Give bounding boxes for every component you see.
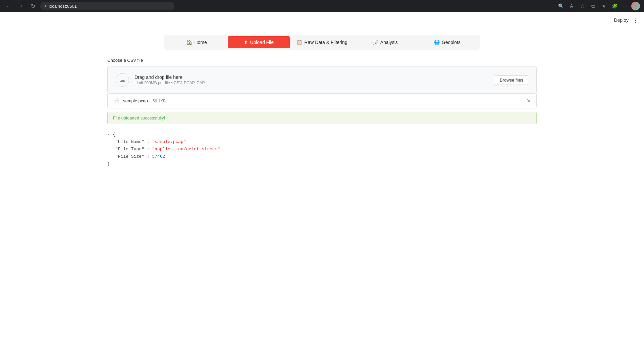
json-output: ▾ { "File Name" : "sample.pcap" "File Ty… [107,130,537,169]
json-value-filesize: 57462 [152,154,165,159]
json-key-filesize: "File Size" [115,154,144,159]
translate-icon[interactable]: A [567,1,576,11]
json-open-brace: ▾ { [107,131,537,138]
nav-tabs: 🏠 Home ⬆ Upload File 📋 Raw Data & Filter… [164,35,480,50]
browse-files-button[interactable]: Browse files [495,75,528,85]
json-row-filesize: "File Size" : 57462 [115,153,537,160]
reload-button[interactable]: ↻ [28,1,38,11]
tab-upload[interactable]: ⬆ Upload File [228,36,290,48]
cloud-upload-icon: ☁ [116,73,129,87]
tab-home[interactable]: 🏠 Home [166,36,228,48]
json-close-brace: } [107,160,537,168]
dropzone: ☁ Drag and drop file here Limit 200MB pe… [107,66,537,94]
json-key-filename: "File Name" [115,139,144,144]
tab-geoplots-label: Geoplots [442,40,461,45]
json-toggle[interactable]: ▾ [107,133,110,137]
json-value-filename: "sample.pcap" [152,139,186,144]
json-row-filetype: "File Type" : "application/octet-stream" [115,146,537,153]
zoom-icon[interactable]: 🔍 [556,1,566,11]
geoplots-icon: 🌐 [434,40,440,45]
file-name: sample.pcap [123,98,148,103]
split-icon[interactable]: ⧉ [588,1,598,11]
file-item: 📄 sample.pcap 56.1KB ✕ [107,94,537,108]
tab-analysis-label: Analysis [380,40,398,45]
json-key-filetype: "File Type" [115,147,144,152]
tab-geoplots[interactable]: 🌐 Geoplots [416,36,478,48]
profile-avatar[interactable] [631,2,640,10]
json-row-filename: "File Name" : "sample.pcap" [115,138,537,146]
dropzone-subtitle: Limit 200MB per file • CSV, PCAP, CAP [135,81,489,85]
file-size: 56.1KB [153,99,166,103]
address-bar[interactable]: ● localhost:8501 [40,2,174,10]
back-button[interactable]: ← [4,1,13,11]
lock-icon: ● [44,4,47,8]
main-area: Choose a CSV file ☁ Drag and drop file h… [87,58,557,169]
close-file-button[interactable]: ✕ [527,98,531,104]
json-body: "File Name" : "sample.pcap" "File Type" … [107,138,537,160]
browser-toolbar-right: 🔍 A ☆ ⧉ ★ 🧩 ⋯ [556,1,640,11]
upload-icon: ⬆ [244,40,248,45]
tab-raw-data-label: Raw Data & Filtering [304,40,347,45]
tab-home-label: Home [194,40,207,45]
browser-chrome: ← → ↻ ● localhost:8501 🔍 A ☆ ⧉ ★ 🧩 ⋯ [0,0,644,12]
tab-upload-label: Upload File [250,40,274,45]
analysis-icon: 📈 [373,40,378,45]
raw-data-icon: 📋 [297,40,302,45]
app-bar: Deploy ⋮ [0,12,644,28]
home-icon: 🏠 [186,40,192,45]
page-content: 🏠 Home ⬆ Upload File 📋 Raw Data & Filter… [0,35,644,183]
browser-menu-icon[interactable]: ⋯ [621,1,630,11]
forward-button[interactable]: → [16,1,25,11]
json-value-filetype: "application/octet-stream" [152,147,220,152]
section-label: Choose a CSV file [107,58,537,63]
tab-analysis[interactable]: 📈 Analysis [354,36,416,48]
bookmark-icon[interactable]: ☆ [578,1,587,11]
extensions-icon[interactable]: 🧩 [610,1,619,11]
success-banner: File uploaded successfully! [107,112,537,124]
file-document-icon: 📄 [113,98,120,104]
dropzone-text: Drag and drop file here Limit 200MB per … [135,75,489,85]
url-text: localhost:8501 [49,4,77,9]
deploy-button[interactable]: Deploy [611,16,631,24]
dropzone-title: Drag and drop file here [135,75,489,80]
app-more-icon[interactable]: ⋮ [633,16,639,24]
tab-raw-data[interactable]: 📋 Raw Data & Filtering [290,36,354,48]
favorites-icon[interactable]: ★ [599,1,608,11]
